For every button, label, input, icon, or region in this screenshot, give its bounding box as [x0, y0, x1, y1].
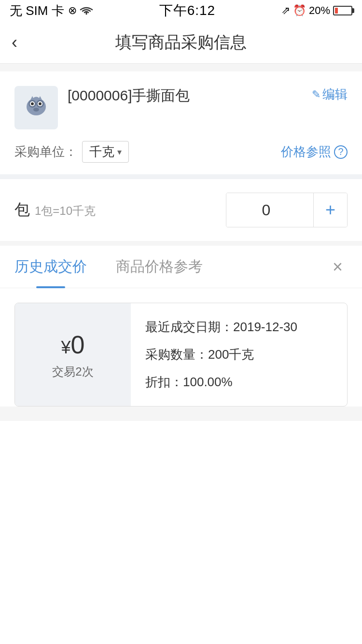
qty-unit-info: 包 1包=10千克	[14, 199, 96, 221]
svg-point-5	[31, 102, 34, 105]
status-bar: 无 SIM 卡 ⊗ 下午6:12 ⇗ ⏰ 20%	[0, 0, 362, 21]
back-button[interactable]: ‹	[12, 32, 17, 53]
purchase-qty-label: 采购数量：	[145, 347, 208, 362]
unit-row: 采购单位： 千克 ▾	[14, 141, 129, 163]
discount-row: 折扣：100.00%	[145, 373, 333, 392]
unit-label: 采购单位：	[14, 143, 77, 160]
svg-point-7	[33, 108, 39, 112]
discount-label: 折扣：	[145, 375, 183, 389]
svg-point-6	[39, 102, 42, 105]
close-button[interactable]: ×	[328, 252, 348, 282]
purchase-qty-row: 采购数量：200千克	[145, 345, 333, 364]
product-card: [0000006]手撕面包 ✎ 编辑 采购单位： 千克 ▾ 价格参照 ?	[0, 71, 362, 174]
qty-conversion: 1包=10千克	[35, 203, 96, 219]
price-card-left: ¥0 交易2次	[15, 303, 131, 406]
tab-price-reference[interactable]: 商品价格参考	[116, 246, 203, 288]
product-thumbnail-icon	[22, 91, 51, 125]
qty-unit-name: 包	[14, 199, 30, 221]
battery-icon	[333, 6, 352, 15]
alarm-icon: ⏰	[293, 4, 306, 17]
quantity-row: 包 1包=10千克 +	[0, 179, 362, 241]
recent-date-row: 最近成交日期：2019-12-30	[145, 318, 333, 336]
edit-icon: ✎	[312, 88, 320, 101]
product-header: [0000006]手撕面包 ✎ 编辑	[14, 86, 348, 129]
recent-date-value: 2019-12-30	[233, 320, 297, 334]
price-card-right: 最近成交日期：2019-12-30 采购数量：200千克 折扣：100.00%	[131, 303, 347, 406]
product-name: [0000006]手撕面包	[68, 87, 190, 103]
wifi-icon: ⊗	[68, 4, 93, 17]
quantity-input[interactable]	[226, 193, 313, 227]
question-icon: ?	[334, 145, 348, 159]
recent-date-label: 最近成交日期：	[145, 320, 233, 334]
status-right: ⇗ ⏰ 20%	[281, 4, 352, 17]
unit-select[interactable]: 千克 ▾	[82, 141, 129, 163]
unit-value: 千克	[89, 143, 114, 160]
carrier-text: 无 SIM 卡	[10, 2, 64, 19]
product-thumbnail	[14, 86, 58, 129]
tabs-header: 历史成交价 商品价格参考 ×	[0, 246, 362, 288]
product-left: [0000006]手撕面包	[14, 86, 190, 129]
chevron-down-icon: ▾	[117, 147, 122, 157]
price-card: ¥0 交易2次 最近成交日期：2019-12-30 采购数量：200千克 折扣：…	[14, 303, 348, 406]
purchase-qty-value: 200千克	[208, 347, 254, 362]
tabs-section: 历史成交价 商品价格参考 × ¥0 交易2次 最近成交日期：2019-12-30…	[0, 246, 362, 406]
qty-input-group: +	[226, 193, 348, 227]
discount-value: 100.00%	[183, 375, 233, 389]
battery-percent: 20%	[309, 4, 330, 17]
price-ref-label: 价格参照	[281, 143, 331, 160]
status-time: 下午6:12	[159, 1, 216, 20]
section-separator	[0, 174, 362, 179]
tab-history-price[interactable]: 历史成交价	[14, 246, 87, 288]
tabs-nav: 历史成交价 商品价格参考	[14, 246, 203, 288]
bottom-space	[0, 421, 362, 644]
price-amount: ¥0	[61, 330, 85, 359]
price-reference-button[interactable]: 价格参照 ?	[281, 143, 348, 160]
edit-button[interactable]: ✎ 编辑	[312, 86, 348, 103]
location-icon: ⇗	[281, 4, 290, 17]
price-value: 0	[71, 331, 85, 359]
trade-count: 交易2次	[52, 364, 93, 379]
quantity-plus-button[interactable]: +	[313, 193, 347, 227]
currency-symbol: ¥	[61, 337, 71, 357]
product-name-container: [0000006]手撕面包	[68, 86, 190, 106]
nav-bar: ‹ 填写商品采购信息	[0, 21, 362, 64]
page-title: 填写商品采购信息	[115, 31, 247, 54]
status-left: 无 SIM 卡 ⊗	[10, 2, 93, 19]
product-meta: 采购单位： 千克 ▾ 价格参照 ?	[14, 141, 348, 163]
svg-point-0	[27, 98, 46, 115]
edit-label: 编辑	[322, 86, 348, 103]
